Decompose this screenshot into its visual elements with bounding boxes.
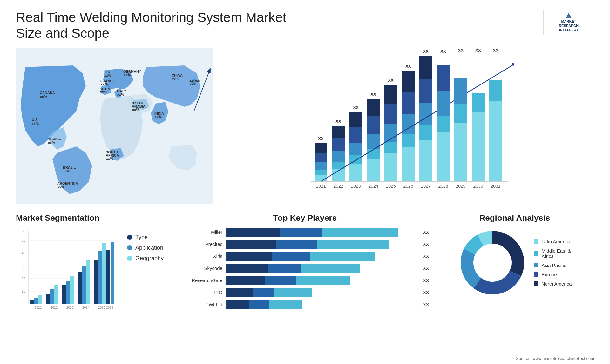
svg-text:xx%: xx%	[172, 77, 179, 81]
svg-rect-126	[38, 295, 42, 304]
player-row: Skycode XX	[181, 264, 429, 273]
svg-rect-149	[111, 242, 114, 304]
legend-north-america: North America	[534, 281, 572, 286]
svg-rect-140	[94, 260, 98, 304]
logo: MARKET RESEARCH INTELLECT	[543, 10, 594, 35]
svg-rect-90	[454, 78, 467, 104]
svg-text:2030: 2030	[473, 184, 483, 189]
regional-legend: Latin America Middle East &Africa Asia P…	[534, 239, 572, 286]
svg-rect-40	[315, 162, 327, 170]
svg-text:0: 0	[24, 302, 25, 306]
svg-text:2029: 2029	[456, 184, 465, 189]
segmentation-chart: 0 10 20 30 40 50 60	[16, 228, 118, 317]
svg-rect-88	[454, 123, 467, 181]
svg-text:2021: 2021	[316, 184, 326, 189]
svg-text:xx%: xx%	[117, 92, 124, 96]
legend-item-application: Application	[127, 245, 164, 251]
bottom-row: Market Segmentation 0 10 20 30 40 50 60	[16, 213, 594, 364]
svg-text:2023: 2023	[351, 184, 361, 189]
svg-text:2027: 2027	[421, 184, 430, 189]
svg-text:XX: XX	[370, 92, 376, 97]
svg-rect-57	[367, 149, 380, 159]
svg-rect-82	[437, 132, 450, 181]
svg-rect-47	[332, 138, 345, 151]
svg-text:2024: 2024	[82, 306, 90, 309]
svg-text:40: 40	[22, 251, 25, 255]
svg-text:60: 60	[22, 229, 25, 233]
regional-content: Latin America Middle East &Africa Asia P…	[435, 228, 594, 298]
svg-text:xx%: xx%	[32, 122, 39, 125]
svg-rect-141	[98, 251, 102, 304]
svg-text:xx%: xx%	[104, 73, 111, 77]
svg-rect-134	[70, 276, 74, 304]
map-section: CANADA xx% U.S. xx% MEXICO xx% BRAZIL xx…	[16, 48, 213, 207]
page-title: Real Time Welding Monitoring System Mark…	[16, 10, 302, 42]
header: Real Time Welding Monitoring System Mark…	[16, 10, 594, 42]
legend-latin-america: Latin America	[534, 239, 572, 244]
svg-rect-89	[454, 104, 467, 123]
main-grid: CANADA xx% U.S. xx% MEXICO xx% BRAZIL xx…	[16, 48, 594, 364]
svg-text:2028: 2028	[438, 184, 448, 189]
svg-rect-95	[489, 101, 502, 181]
logo-icon	[562, 12, 575, 19]
bar-chart-section: XX XX	[219, 48, 594, 207]
dot-asia-pacific	[534, 263, 538, 267]
segmentation-legend: Type Application Geography	[121, 228, 164, 262]
legend-middle-east: Middle East &Africa	[534, 248, 572, 259]
svg-text:2025: 2025	[386, 184, 396, 189]
svg-rect-54	[349, 112, 362, 127]
svg-rect-78	[419, 56, 432, 79]
svg-text:2031: 2031	[491, 184, 500, 189]
svg-rect-60	[367, 99, 380, 116]
svg-text:2026: 2026	[403, 184, 413, 189]
svg-rect-77	[419, 79, 432, 103]
svg-rect-68	[402, 147, 415, 181]
svg-rect-142	[102, 243, 106, 304]
svg-text:XX: XX	[405, 64, 411, 69]
svg-rect-74	[419, 140, 432, 181]
svg-text:XX: XX	[353, 105, 359, 110]
svg-rect-41	[315, 153, 327, 162]
svg-text:10: 10	[22, 289, 25, 293]
dot-latin-america	[534, 239, 538, 244]
svg-rect-92	[472, 112, 485, 181]
svg-rect-125	[34, 298, 38, 304]
svg-text:xx%: xx%	[101, 82, 108, 86]
svg-text:20: 20	[22, 277, 25, 280]
legend-europe: Europe	[534, 272, 572, 277]
svg-rect-62	[384, 153, 397, 181]
svg-rect-63	[384, 142, 397, 153]
player-row: TWI Ltd XX	[181, 300, 429, 309]
svg-text:xx%: xx%	[189, 82, 196, 86]
svg-rect-84	[437, 91, 450, 116]
player-row: Miller XX	[181, 228, 429, 237]
main-bar-chart: XX XX	[226, 48, 594, 204]
svg-rect-129	[50, 289, 54, 304]
players-list: Miller XX Precitec	[181, 228, 429, 309]
svg-rect-38	[315, 175, 327, 181]
legend-asia-pacific: Asia Pacific	[534, 263, 572, 268]
svg-rect-133	[66, 281, 70, 304]
svg-text:XX: XX	[336, 119, 341, 124]
svg-text:XX: XX	[458, 48, 464, 53]
legend-dot-application	[127, 245, 132, 250]
svg-text:XX: XX	[440, 49, 446, 54]
legend-dot-geography	[127, 256, 132, 261]
svg-text:XX: XX	[388, 78, 394, 83]
legend-item-type: Type	[127, 234, 164, 241]
svg-text:XX: XX	[493, 48, 498, 53]
svg-rect-65	[384, 104, 397, 124]
svg-text:xx%: xx%	[63, 169, 70, 173]
regional-section: Regional Analysis	[435, 213, 594, 364]
legend-item-geography: Geography	[127, 255, 164, 262]
svg-text:2023: 2023	[66, 306, 74, 309]
svg-text:2024: 2024	[368, 184, 378, 189]
player-row: ResearchGate XX	[181, 276, 429, 285]
svg-text:xx%: xx%	[40, 95, 47, 98]
svg-text:BRAZIL: BRAZIL	[63, 165, 76, 169]
donut-chart	[458, 228, 527, 298]
world-map: CANADA xx% U.S. xx% MEXICO xx% BRAZIL xx…	[16, 48, 213, 204]
svg-text:2026: 2026	[106, 306, 113, 309]
svg-rect-128	[46, 294, 50, 304]
segmentation-section: Market Segmentation 0 10 20 30 40 50 60	[16, 213, 175, 364]
